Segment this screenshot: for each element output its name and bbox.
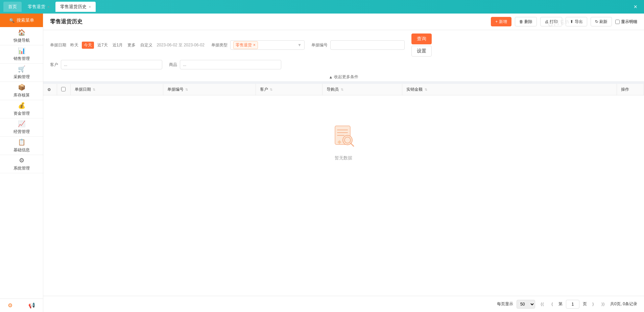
new-button[interactable]: + 新增 (491, 17, 511, 26)
collapse-icon: ▲ (329, 75, 333, 80)
doc-type-dropdown-icon: ▼ (297, 43, 302, 47)
collapse-label: 收起更多条件 (334, 74, 358, 80)
sales-icon: 📊 (18, 47, 25, 54)
operations-icon: 📈 (18, 120, 25, 128)
date-btn-custom[interactable]: 自定义 (139, 42, 154, 49)
th-date-label: 单据日期 (75, 87, 91, 92)
print-button[interactable]: 🖨 打印 (540, 17, 562, 26)
header-actions: + 新增 🗑 删除 🖨 打印 ⬆ 导出 ↻ 刷新 显示明细 (491, 17, 637, 30)
filter-row-2: 客户 商品 (50, 60, 637, 69)
th-checkbox[interactable] (57, 84, 70, 95)
sidebar-item-sales-mgmt[interactable]: 📊 销售管理 (0, 45, 43, 64)
total-records: 共0页, 0条记录 (610, 301, 637, 307)
collapse-bar[interactable]: ▲ 收起更多条件 (50, 73, 637, 81)
table-container: ⚙ 单据日期 ⇅ 单据编号 ⇅ (43, 84, 644, 296)
filter-section: 单据日期 昨天 今天 近7天 近1月 更多 自定义 2023-06-02 至 2… (43, 30, 644, 81)
search-icon: 🔍 (9, 18, 15, 23)
tab-retail-return[interactable]: 零售退货 × (23, 2, 54, 12)
query-button[interactable]: 查询 (411, 34, 432, 44)
show-detail-text: 显示明细 (621, 19, 637, 25)
date-range-display: 2023-06-02 至 2023-06-02 (157, 42, 204, 48)
th-number[interactable]: 单据编号 ⇅ (163, 84, 256, 95)
customer-label: 客户 (50, 62, 58, 68)
date-btn-more[interactable]: 更多 (126, 42, 137, 49)
date-btn-yesterday[interactable]: 昨天 (69, 42, 80, 49)
page-size-select[interactable]: 10 20 50 100 (517, 300, 535, 309)
top-bar-right: × (630, 3, 641, 10)
tab-retail-return-history[interactable]: 零售退货历史 × (55, 2, 95, 12)
window-close-button[interactable]: × (630, 3, 641, 10)
doc-type-filter-group: 单据类型 零售退货 × ▼ (211, 40, 305, 50)
tab-retail-return-history-close[interactable]: × (89, 5, 91, 9)
th-number-sort-icon: ⇅ (185, 88, 188, 91)
page-header: 零售退货历史 + 新增 🗑 删除 🖨 打印 ⬆ 导出 ↻ 刷新 显示明细 (43, 14, 644, 30)
table-header-row: ⚙ 单据日期 ⇅ 单据编号 ⇅ (43, 84, 644, 95)
table-content-area: ⚙ 单据日期 ⇅ 单据编号 ⇅ (43, 84, 644, 312)
date-filter-group: 单据日期 昨天 今天 近7天 近1月 更多 自定义 2023-06-02 至 2… (50, 42, 205, 49)
sidebar-item-operations[interactable]: 📈 经营管理 (0, 118, 43, 137)
th-amount-sort-icon: ⇅ (425, 88, 427, 91)
sidebar-settings-button[interactable]: ⚙ (8, 302, 13, 309)
tab-retail-return-history-label: 零售退货历史 (60, 4, 87, 10)
purchase-icon: 🛒 (18, 65, 25, 73)
doc-type-tag: 零售退货 × (233, 41, 258, 49)
doc-type-select[interactable]: 零售退货 × ▼ (230, 40, 305, 50)
sidebar-item-quick-nav-label: 快捷导航 (14, 38, 30, 43)
doc-number-filter-group: 单据编号 (311, 40, 405, 50)
sidebar-nav: 🏠 快捷导航 📊 销售管理 🛒 采购管理 📦 库存核算 💰 资金管理 📈 (0, 27, 43, 298)
select-all-checkbox[interactable] (61, 87, 66, 91)
refresh-button[interactable]: ↻ 刷新 (591, 17, 612, 26)
quick-nav-icon: 🏠 (18, 29, 25, 36)
sidebar-item-finance[interactable]: 💰 资金管理 (0, 100, 43, 118)
sidebar-item-purchase-label: 采购管理 (14, 74, 30, 80)
th-settings[interactable]: ⚙ (43, 84, 57, 95)
date-filter-options: 昨天 今天 近7天 近1月 更多 自定义 (69, 42, 154, 49)
date-btn-7days[interactable]: 近7天 (96, 42, 109, 49)
page-label-pre: 第 (558, 301, 563, 307)
empty-text: 暂无数据 (335, 155, 352, 161)
show-detail-label[interactable]: 显示明细 (615, 19, 637, 25)
th-number-label: 单据编号 (167, 87, 184, 92)
customer-input[interactable] (61, 60, 162, 69)
sidebar-item-quick-nav[interactable]: 🏠 快捷导航 (0, 27, 43, 45)
page-last-button[interactable]: ⟩⟩ (599, 301, 607, 307)
page-next-button[interactable]: ⟩ (590, 301, 596, 307)
date-btn-1month[interactable]: 近1月 (111, 42, 124, 49)
page-first-button[interactable]: ⟨⟨ (539, 301, 546, 307)
tab-retail-return-label: 零售退货 (28, 4, 45, 10)
settings-icon: ⚙ (47, 87, 51, 92)
table-body: 暂无数据 (43, 95, 644, 188)
doc-type-tag-label: 零售退货 (236, 42, 252, 48)
th-actions-label: 操作 (621, 87, 629, 92)
show-detail-checkbox[interactable] (615, 20, 620, 24)
goods-filter-group: 商品 (169, 60, 281, 69)
data-table: ⚙ 单据日期 ⇅ 单据编号 ⇅ (43, 84, 644, 188)
action-buttons: 查询 设置 (411, 34, 432, 57)
tab-home[interactable]: 首页 (3, 2, 22, 12)
sidebar-item-inventory[interactable]: 📦 库存核算 (0, 82, 43, 100)
doc-number-input[interactable] (330, 40, 405, 50)
th-amount[interactable]: 实销金额 ⇅ (402, 84, 617, 95)
settings-button[interactable]: 设置 (411, 46, 432, 57)
doc-type-tag-remove[interactable]: × (253, 43, 256, 47)
page-prev-button[interactable]: ⟨ (549, 301, 555, 307)
sidebar-item-system-mgmt[interactable]: ⚙ 系统管理 (0, 155, 43, 173)
customer-filter-group: 客户 (50, 60, 162, 69)
goods-label: 商品 (169, 62, 177, 68)
inventory-icon: 📦 (18, 84, 25, 91)
delete-button[interactable]: 🗑 删除 (515, 17, 537, 26)
th-date[interactable]: 单据日期 ⇅ (70, 84, 163, 95)
basic-info-icon: 📋 (18, 138, 25, 146)
goods-input[interactable] (180, 60, 281, 69)
th-customer[interactable]: 客户 ⇅ (256, 84, 323, 95)
sidebar-speaker-button[interactable]: 📢 (28, 302, 35, 309)
page-number-input[interactable]: 1 (566, 300, 579, 309)
sidebar-item-basic-info[interactable]: 📋 基础信息 (0, 137, 43, 155)
export-button[interactable]: ⬆ 导出 (566, 17, 587, 26)
date-btn-today[interactable]: 今天 (82, 42, 94, 49)
tab-retail-return-close[interactable]: × (47, 5, 49, 9)
sidebar-item-purchase-mgmt[interactable]: 🛒 采购管理 (0, 64, 43, 82)
sidebar-search[interactable]: 🔍 搜索菜单 (0, 14, 43, 27)
sidebar-item-basic-info-label: 基础信息 (14, 147, 30, 153)
th-guide[interactable]: 导购员 ⇅ (323, 84, 402, 95)
